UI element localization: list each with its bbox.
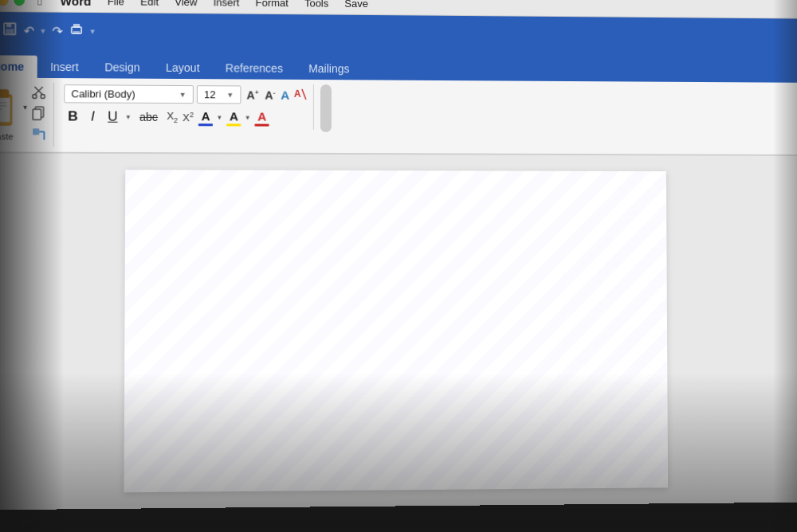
apple-logo-icon:  xyxy=(37,0,42,8)
toolbar-more-icon[interactable]: ▾ xyxy=(90,26,95,37)
font-color-dropdown-icon[interactable]: ▾ xyxy=(218,113,222,121)
word-app-container:  Word File Edit View Insert Format Tool… xyxy=(0,0,797,510)
menu-tools[interactable]: Tools xyxy=(296,0,336,11)
redo-icon[interactable]: ↷ xyxy=(52,23,62,38)
clipboard-tools xyxy=(30,84,47,146)
svg-rect-8 xyxy=(0,98,10,122)
cut-button[interactable] xyxy=(30,84,47,104)
menu-insert[interactable]: Insert xyxy=(206,0,248,10)
font-size-value: 12 xyxy=(204,88,216,100)
document-background-pattern xyxy=(124,170,668,492)
tab-home[interactable]: Home xyxy=(0,55,37,78)
svg-rect-17 xyxy=(33,109,41,119)
svg-rect-5 xyxy=(73,31,80,34)
clipboard-area: Paste ▾ xyxy=(0,84,47,146)
font-color-icon: A xyxy=(202,109,210,123)
svg-point-14 xyxy=(33,95,37,99)
minimize-button[interactable] xyxy=(0,0,8,6)
text-effect-icon: A xyxy=(281,88,289,102)
text-color-red-icon: A xyxy=(257,109,266,123)
clear-format-button[interactable]: A xyxy=(292,86,307,104)
strikethrough-button[interactable]: abc xyxy=(135,108,162,126)
svg-rect-7 xyxy=(0,90,9,98)
svg-rect-4 xyxy=(73,24,80,28)
font-section: Calibri (Body) ▼ 12 ▼ A+ A- xyxy=(57,83,315,130)
text-effect-button[interactable]: A xyxy=(281,88,289,102)
menu-view[interactable]: View xyxy=(167,0,206,10)
paste-dropdown-arrow[interactable]: ▾ xyxy=(23,103,27,111)
app-window:  Word File Edit View Insert Format Tool… xyxy=(0,0,797,532)
font-name-value: Calibri (Body) xyxy=(71,88,135,100)
print-icon[interactable] xyxy=(69,22,84,40)
more-ribbon-section xyxy=(317,84,335,132)
maximize-button[interactable] xyxy=(14,0,25,6)
font-row1: Calibri (Body) ▼ 12 ▼ A+ A- xyxy=(64,84,307,104)
menu-edit[interactable]: Edit xyxy=(132,0,167,10)
quick-access-toolbar: ☷ ↶ ▾ ↷ xyxy=(0,22,95,40)
font-size-buttons: A+ A- xyxy=(244,88,277,102)
menu-save[interactable]: Save xyxy=(336,0,376,11)
document-area xyxy=(0,153,797,510)
font-size-selector[interactable]: 12 ▼ xyxy=(197,85,241,104)
tab-insert[interactable]: Insert xyxy=(37,56,92,79)
ribbon-title-bar: ☷ ↶ ▾ ↷ xyxy=(0,12,797,55)
highlight-icon: A xyxy=(230,109,238,123)
superscript-button[interactable]: X2 xyxy=(183,111,194,123)
bold-button[interactable]: B xyxy=(64,106,82,127)
font-row2: B I U ▾ abc X2 X2 A xyxy=(64,106,307,128)
menu-file[interactable]: File xyxy=(100,0,133,9)
save-icon[interactable] xyxy=(2,22,18,39)
svg-line-22 xyxy=(302,88,306,99)
font-color-bar xyxy=(198,123,213,126)
svg-text:A: A xyxy=(294,88,301,99)
font-color-button[interactable]: A xyxy=(198,109,213,126)
clipboard-section: Paste ▾ xyxy=(0,82,54,147)
tab-references[interactable]: References xyxy=(213,57,296,80)
highlight-bar xyxy=(226,123,241,126)
svg-point-15 xyxy=(41,95,45,99)
undo-dropdown-icon[interactable]: ▾ xyxy=(41,25,45,36)
underline-button[interactable]: U xyxy=(104,107,122,127)
tab-layout[interactable]: Layout xyxy=(153,57,213,80)
paste-button[interactable]: Paste xyxy=(0,88,20,142)
word-application: ☷ ↶ ▾ ↷ xyxy=(0,12,797,510)
text-effects-group: A A xyxy=(281,86,307,104)
traffic-lights xyxy=(0,0,25,6)
highlight-color-button[interactable]: A xyxy=(226,109,241,126)
ribbon-toolbar: Paste ▾ xyxy=(0,77,797,156)
tab-design[interactable]: Design xyxy=(92,56,153,79)
underline-dropdown-icon[interactable]: ▾ xyxy=(127,113,131,121)
paste-label: Paste xyxy=(0,131,14,141)
undo-icon[interactable]: ↶ xyxy=(24,23,34,38)
font-size-dropdown-icon: ▼ xyxy=(226,91,234,99)
paste-icon xyxy=(0,88,20,131)
menu-word[interactable]: Word xyxy=(52,0,99,10)
copy-button[interactable] xyxy=(30,105,47,124)
document-page[interactable] xyxy=(124,170,668,492)
highlight-dropdown-icon[interactable]: ▾ xyxy=(246,114,250,122)
font-name-dropdown-icon: ▼ xyxy=(179,91,186,99)
ribbon-scrollbar[interactable] xyxy=(320,84,332,132)
tab-mailings[interactable]: Mailings xyxy=(296,57,362,80)
text-color-red-bar xyxy=(255,123,269,126)
ribbon-tabs: Home Insert Design Layout References Mai… xyxy=(0,49,797,83)
svg-rect-1 xyxy=(6,23,11,27)
subscript-button[interactable]: X2 xyxy=(167,110,178,124)
increase-font-size-button[interactable]: A+ xyxy=(244,88,261,102)
italic-button[interactable]: I xyxy=(87,106,99,127)
svg-rect-18 xyxy=(33,128,39,135)
menu-format[interactable]: Format xyxy=(247,0,296,10)
svg-rect-2 xyxy=(6,29,14,33)
font-name-selector[interactable]: Calibri (Body) ▼ xyxy=(64,84,194,104)
text-color-red-button[interactable]: A xyxy=(255,109,269,126)
decrease-font-size-button[interactable]: A- xyxy=(262,88,277,102)
format-painter-button[interactable] xyxy=(30,126,47,145)
